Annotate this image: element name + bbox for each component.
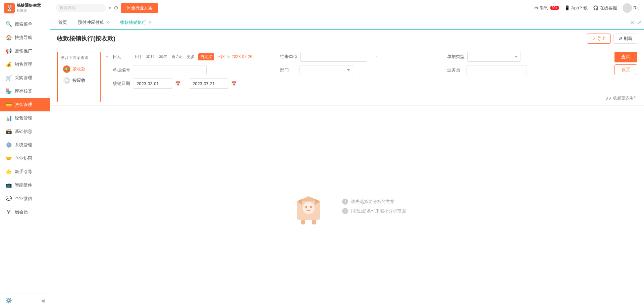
user-avatar xyxy=(623,3,632,13)
tab-home[interactable]: 首页 xyxy=(53,16,72,30)
messages-badge: 99+ xyxy=(550,6,559,10)
purchase-icon: 🛒 xyxy=(5,74,12,81)
logo-main: 畅捷通好生意 xyxy=(17,3,41,8)
sidebar-item-wechat[interactable]: 💬 企业微信 xyxy=(0,192,50,205)
topbar-search-text: 搜索内容 xyxy=(60,5,76,11)
filter-action-buttons: 查询 设置 xyxy=(612,52,637,75)
sidebar-item-quicknav[interactable]: 🏠 快捷导航 xyxy=(0,31,50,44)
member-icon: V xyxy=(5,209,12,215)
sidebar-item-collab[interactable]: 🤝 企业协同 xyxy=(0,152,50,165)
filter-main: 日期 上月 本月 本年 近7天 更多 自定义 xyxy=(113,52,637,102)
sidebar-footer: ⚙️ ◀ xyxy=(0,294,50,307)
employee-label: 业务员 xyxy=(447,67,464,73)
sidebar-item-business[interactable]: 📊 经营管理 xyxy=(0,111,50,125)
department-select[interactable] xyxy=(300,65,353,75)
sidebar-nav: 🔍 搜索菜单 🏠 快捷导航 📢 营销推广 💰 销售管理 🛒 采购管理 🏪 库存核… xyxy=(0,16,50,294)
docno-label: 单据编号 xyxy=(113,67,130,73)
inventory-icon: 🏪 xyxy=(5,88,12,95)
topbar-left: 搜索内容 ▾ ⚙ 体验行业方案 xyxy=(56,3,158,13)
date-this-month[interactable]: 本月 xyxy=(145,53,156,60)
tab-receipt-cancel-close[interactable]: ✕ xyxy=(148,20,152,25)
sidebar-item-sales[interactable]: 💰 销售管理 xyxy=(0,58,50,71)
doctype-select[interactable] xyxy=(467,52,521,62)
date-custom[interactable]: 自定义 xyxy=(198,53,214,60)
collab-icon: 🤝 xyxy=(5,155,12,162)
calendar-end-icon[interactable]: 📅 xyxy=(231,81,236,86)
headset-icon: 🎧 xyxy=(593,5,598,10)
export-button[interactable]: ↗ 导出 xyxy=(587,34,611,44)
logo-text: 畅捷通好生意 标准版 xyxy=(17,3,41,13)
filter-option-by-receipt[interactable]: 💵 按收款 xyxy=(60,63,97,75)
employee-dots-button[interactable]: ··· xyxy=(530,67,539,73)
date-label: 日期 xyxy=(113,54,129,60)
date-shortcut-group: 上月 本月 本年 近7天 更多 自定义 xyxy=(132,53,214,60)
settings-button[interactable]: 设置 xyxy=(614,64,637,75)
step-1-num: 1 xyxy=(342,199,348,205)
guide-icon: 🌟 xyxy=(5,168,12,175)
filter-collapse-button[interactable]: » xyxy=(106,52,113,102)
docno-input[interactable] xyxy=(133,65,207,75)
messages-button[interactable]: ✉ 消息 99+ xyxy=(534,5,559,11)
counterpart-input[interactable] xyxy=(300,52,367,62)
department-label: 部门 xyxy=(280,67,297,73)
page-header: 收款核销执行(按收款) ↗ 导出 ↺ 刷新 xyxy=(50,30,644,48)
step-2-num: 2 xyxy=(342,208,348,214)
verify-date-end-input[interactable] xyxy=(189,79,229,89)
employee-input[interactable] xyxy=(467,65,527,75)
sidebar-item-search[interactable]: 🔍 搜索菜单 xyxy=(0,17,50,31)
sidebar-item-marketing[interactable]: 📢 营销推广 xyxy=(0,44,50,58)
topbar-dropdown-icon[interactable]: ▾ xyxy=(109,5,111,11)
marketing-icon: 📢 xyxy=(5,48,12,54)
employee-field: 业务员 ··· xyxy=(447,65,608,75)
footer-collapse-icon[interactable]: ◀ xyxy=(41,298,45,303)
tab-close-all-icon[interactable]: ✕ xyxy=(630,19,634,26)
filter-option-by-receivable[interactable]: 🕐 按应收 xyxy=(60,75,97,86)
sidebar-item-hardware[interactable]: 📺 智能硬件 xyxy=(0,178,50,192)
sidebar-item-inventory[interactable]: 🏪 库存核算 xyxy=(0,85,50,98)
collapse-icon: » xyxy=(106,54,109,60)
industry-solution-button[interactable]: 体验行业方案 xyxy=(121,3,158,13)
sidebar-item-purchase[interactable]: 🛒 采购管理 xyxy=(0,71,50,85)
verify-date-start-input[interactable] xyxy=(133,79,173,89)
app-download-button[interactable]: 📱 App下载 xyxy=(565,5,588,11)
main-area: 搜索内容 ▾ ⚙ 体验行业方案 ✉ 消息 99+ 📱 App下载 🎧 在线客服 … xyxy=(50,0,644,307)
system-icon: ⚙️ xyxy=(5,142,12,148)
empty-illustration xyxy=(288,186,329,226)
sidebar-item-guide[interactable]: 🌟 新手引导 xyxy=(0,165,50,178)
svg-rect-7 xyxy=(301,220,305,224)
date-no-limit: 不限 至 2023-07-26 xyxy=(217,54,252,60)
tab-receipt-cancel[interactable]: 收款核销执行 ✕ xyxy=(115,16,157,30)
refresh-button[interactable]: ↺ 刷新 xyxy=(613,34,637,44)
hardware-icon: 📺 xyxy=(5,182,12,189)
empty-step-1: 1 请先选择要分析的方案 xyxy=(342,199,406,205)
footer-settings-icon[interactable]: ⚙️ xyxy=(5,297,12,304)
export-icon: ↗ xyxy=(592,36,596,41)
date-more[interactable]: 更多 xyxy=(185,53,196,60)
sidebar-item-member[interactable]: V 畅会员 xyxy=(0,205,50,219)
collapse-more-button[interactable]: ∧∧ 收起更多条件 xyxy=(113,94,637,102)
logo-sub: 标准版 xyxy=(17,8,41,13)
topbar-settings-icon[interactable]: ⚙ xyxy=(114,5,118,11)
query-button[interactable]: 查询 xyxy=(614,52,637,62)
filter-area: 按以下方案查询 💵 按收款 🕐 按应收 » xyxy=(50,48,644,105)
tab-prepay-close[interactable]: ✕ xyxy=(106,20,109,25)
date-this-year[interactable]: 本年 xyxy=(158,53,168,60)
date-range-separator: — xyxy=(182,81,187,86)
counterpart-field: 往来单位 ··· xyxy=(280,52,441,62)
sidebar-item-finance[interactable]: 💳 资金管理 xyxy=(0,98,50,111)
topbar-right: ✉ 消息 99+ 📱 App下载 🎧 在线客服 Rit xyxy=(534,3,639,13)
date-last-7days[interactable]: 近7天 xyxy=(170,53,183,60)
empty-text: 1 请先选择要分析的方案 2 用[过滤]条件来缩小分析范围 xyxy=(342,199,406,214)
sidebar-item-basic[interactable]: 🗃️ 基础信息 xyxy=(0,125,50,138)
date-last-month[interactable]: 上月 xyxy=(132,53,143,60)
sidebar-item-system[interactable]: ⚙️ 系统管理 xyxy=(0,138,50,152)
tab-expand-icon[interactable]: ⤢ xyxy=(637,19,641,26)
search-icon: 🔍 xyxy=(5,21,12,28)
online-service-button[interactable]: 🎧 在线客服 xyxy=(593,5,617,11)
calendar-start-icon[interactable]: 📅 xyxy=(175,81,180,86)
user-profile[interactable]: Rit xyxy=(623,3,639,13)
counterpart-dots-button[interactable]: ··· xyxy=(370,54,379,60)
docno-field: 单据编号 xyxy=(113,65,273,75)
content-area: 收款核销执行(按收款) ↗ 导出 ↺ 刷新 按以下方案查询 💵 按收款 xyxy=(50,30,644,307)
tab-prepay[interactable]: 预付冲应付单 ✕ xyxy=(72,16,115,30)
